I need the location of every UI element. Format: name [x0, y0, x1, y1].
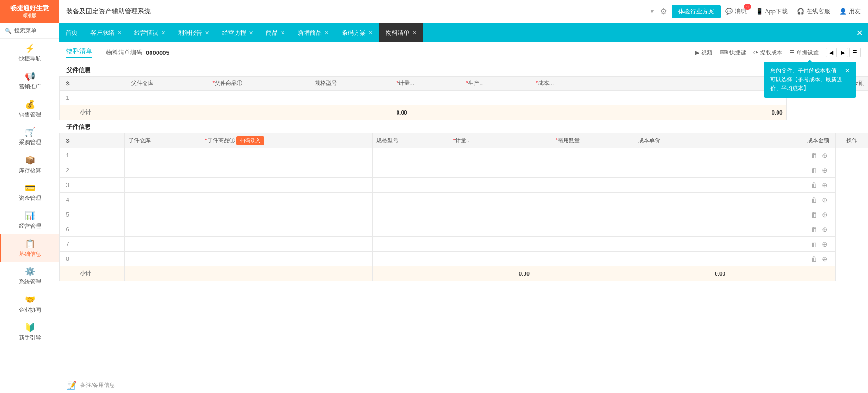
sidebar-item-quick-nav[interactable]: ⚡ 快捷导航 [0, 39, 59, 67]
child-cell-spec-4[interactable] [201, 193, 373, 207]
app-download-item[interactable]: 📱 App下载 [756, 7, 788, 16]
sidebar-item-marketing[interactable]: 📢 营销推广 [0, 67, 59, 94]
tab-process[interactable]: 经营历程✕ [216, 23, 259, 42]
close-operations-icon[interactable]: ✕ [161, 30, 165, 36]
sidebar-item-purchase[interactable]: 🛒 采购管理 [0, 122, 59, 150]
menu-btn[interactable]: ☰ [849, 48, 861, 57]
delete-icon-2[interactable]: 🗑 [811, 166, 818, 174]
child-cell-product-8[interactable] [124, 252, 201, 266]
child-cell-warehouse-1[interactable] [76, 148, 125, 163]
child-cell-qty-3[interactable] [515, 178, 552, 193]
message-item[interactable]: 💬 消息 6 [725, 7, 747, 16]
child-cell-qty-2[interactable] [515, 163, 552, 178]
child-cell-qty-6[interactable] [515, 222, 552, 237]
child-cell-qty-4[interactable] [515, 193, 552, 207]
tab-barcode[interactable]: 条码方案✕ [335, 23, 379, 42]
sidebar-item-guide[interactable]: 🔰 新手引导 [0, 318, 59, 345]
shortcut-action[interactable]: ⌨ 快捷键 [720, 49, 746, 57]
child-cell-uprice-3[interactable] [552, 178, 634, 193]
child-cell-unit-3[interactable] [372, 178, 449, 193]
search-menu[interactable]: 🔍 搜索菜单 [0, 23, 59, 39]
child-cell-uprice-8[interactable] [552, 252, 634, 266]
copy-icon-1[interactable]: ⊕ [822, 151, 828, 159]
close-products-icon[interactable]: ✕ [281, 30, 285, 36]
delete-icon-3[interactable]: 🗑 [811, 181, 818, 189]
next-btn[interactable]: ▶ [838, 48, 848, 57]
parent-cell-product-1[interactable] [127, 91, 209, 105]
child-cell-unit-1[interactable] [372, 148, 449, 163]
child-cell-uprice-7[interactable] [552, 237, 634, 252]
child-cell-warehouse-8[interactable] [76, 252, 125, 266]
child-cell-spec-1[interactable] [201, 148, 373, 163]
close-barcode-icon[interactable]: ✕ [368, 30, 373, 36]
sidebar-item-system[interactable]: ⚙️ 系统管理 [0, 262, 59, 290]
view-action[interactable]: ▶ 视频 [695, 49, 712, 57]
dropdown-arrow-icon[interactable]: ▼ [649, 8, 655, 15]
delete-icon-6[interactable]: 🗑 [811, 225, 818, 233]
child-cell-uprice-5[interactable] [552, 207, 634, 222]
page-tab-bom[interactable]: 物料清单 [66, 47, 92, 58]
sidebar-item-sales[interactable]: 💰 销售管理 [0, 95, 59, 122]
child-cell-uprice-1[interactable] [552, 148, 634, 163]
single-settings-action[interactable]: ☰ 单据设置 [790, 49, 819, 57]
tab-operations[interactable]: 经营情况✕ [128, 23, 172, 42]
close-process-icon[interactable]: ✕ [249, 30, 253, 36]
sidebar-item-enterprise[interactable]: 🤝 企业协同 [0, 290, 59, 318]
scan-btn[interactable]: 扫码录入 [236, 136, 264, 145]
child-cell-warehouse-6[interactable] [76, 222, 125, 237]
close-all-tabs[interactable]: ✕ [851, 23, 868, 42]
parent-cell-cost-1[interactable] [462, 91, 532, 105]
extract-cost-action[interactable]: ⟳ 提取成本 [753, 49, 782, 57]
online-service-item[interactable]: 🎧 在线客服 [797, 7, 830, 16]
close-profit-icon[interactable]: ✕ [205, 30, 209, 36]
child-cell-unit-8[interactable] [372, 252, 449, 266]
child-cell-spec-2[interactable] [201, 163, 373, 178]
child-cell-unit-2[interactable] [372, 163, 449, 178]
copy-icon-5[interactable]: ⊕ [822, 211, 828, 218]
copy-icon-4[interactable]: ⊕ [822, 196, 828, 204]
copy-icon-7[interactable]: ⊕ [822, 240, 828, 248]
child-cell-unit-5[interactable] [372, 207, 449, 222]
child-cell-qty-5[interactable] [515, 207, 552, 222]
child-cell-unit-7[interactable] [372, 237, 449, 252]
copy-icon-6[interactable]: ⊕ [822, 225, 828, 233]
sidebar-item-basic-info[interactable]: 📋 基础信息 [0, 234, 59, 262]
close-customers-icon[interactable]: ✕ [117, 30, 121, 36]
delete-icon-4[interactable]: 🗑 [811, 196, 818, 204]
child-cell-spec-7[interactable] [201, 237, 373, 252]
child-cell-product-2[interactable] [124, 163, 201, 178]
child-cell-spec-8[interactable] [201, 252, 373, 266]
child-cell-qty-1[interactable] [515, 148, 552, 163]
child-cell-product-7[interactable] [124, 237, 201, 252]
settings-icon[interactable]: ⚙ [660, 6, 667, 17]
child-cell-warehouse-7[interactable] [76, 237, 125, 252]
child-cell-product-5[interactable] [124, 207, 201, 222]
parent-cell-production-1[interactable] [392, 91, 462, 105]
sidebar-item-operation[interactable]: 📊 经营管理 [0, 206, 59, 234]
child-cell-uprice-2[interactable] [552, 163, 634, 178]
child-cell-warehouse-3[interactable] [76, 178, 125, 193]
parent-cell-unit-1[interactable] [311, 91, 392, 105]
delete-icon-5[interactable]: 🗑 [811, 211, 818, 218]
parent-cell-spec-1[interactable] [209, 91, 311, 105]
delete-icon-1[interactable]: 🗑 [811, 151, 818, 159]
tab-home[interactable]: 首页 [59, 23, 84, 42]
copy-icon-8[interactable]: ⊕ [822, 255, 828, 263]
child-cell-product-6[interactable] [124, 222, 201, 237]
child-cell-qty-7[interactable] [515, 237, 552, 252]
child-cell-spec-6[interactable] [201, 222, 373, 237]
child-cell-uprice-4[interactable] [552, 193, 634, 207]
child-cell-unit-4[interactable] [372, 193, 449, 207]
child-cell-unit-6[interactable] [372, 222, 449, 237]
tooltip-close-btn[interactable]: ✕ [845, 67, 850, 75]
parent-cell-warehouse-1[interactable] [76, 91, 127, 105]
delete-icon-7[interactable]: 🗑 [811, 240, 818, 248]
tab-new-products[interactable]: 新增商品✕ [291, 23, 335, 42]
child-cell-spec-5[interactable] [201, 207, 373, 222]
tab-profit[interactable]: 利润报告✕ [172, 23, 216, 42]
tab-products[interactable]: 商品✕ [259, 23, 291, 42]
child-cell-product-3[interactable] [124, 178, 201, 193]
child-cell-uprice-6[interactable] [552, 222, 634, 237]
child-cell-product-4[interactable] [124, 193, 201, 207]
child-cell-warehouse-4[interactable] [76, 193, 125, 207]
